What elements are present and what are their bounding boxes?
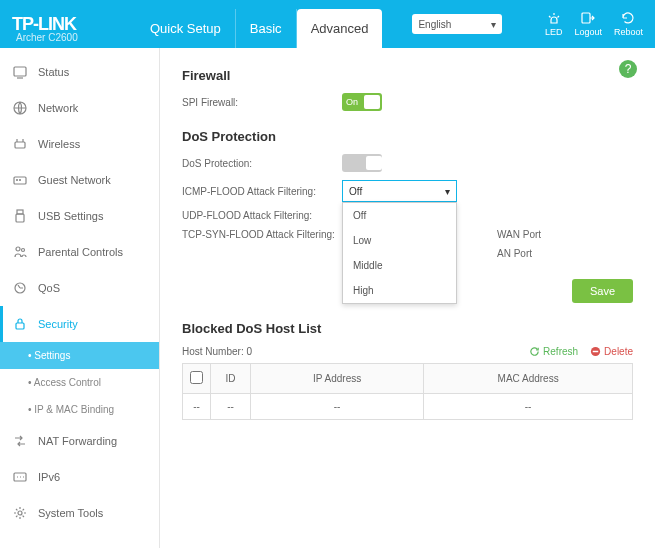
dropdown-option[interactable]: Off xyxy=(343,203,456,228)
svg-rect-3 xyxy=(15,142,25,148)
language-select[interactable]: English▾ xyxy=(412,14,502,34)
svg-rect-0 xyxy=(582,13,590,23)
select-all-checkbox[interactable] xyxy=(190,371,203,384)
sidebar-item-parental[interactable]: Parental Controls xyxy=(0,234,159,270)
refresh-button[interactable]: Refresh xyxy=(529,346,578,357)
blocked-host-table: ID IP Address MAC Address -- -- -- -- xyxy=(182,363,633,420)
spi-firewall-toggle[interactable]: On xyxy=(342,93,382,111)
language-value: English xyxy=(418,19,451,30)
delete-button[interactable]: Delete xyxy=(590,346,633,357)
svg-point-10 xyxy=(22,249,25,252)
sidebar-item-wireless[interactable]: Wireless xyxy=(0,126,159,162)
svg-rect-1 xyxy=(14,67,26,76)
dropdown-option[interactable]: Low xyxy=(343,228,456,253)
save-button[interactable]: Save xyxy=(572,279,633,303)
tab-basic[interactable]: Basic xyxy=(236,9,297,48)
blocked-list-title: Blocked DoS Host List xyxy=(182,321,633,336)
svg-rect-16 xyxy=(593,351,599,352)
sidebar-item-system[interactable]: System Tools xyxy=(0,495,159,531)
sidebar: Status Network Wireless Guest Network US… xyxy=(0,48,160,548)
icmp-flood-select[interactable]: Off▾ xyxy=(342,180,457,202)
sidebar-item-security[interactable]: Security xyxy=(0,306,159,342)
col-ip: IP Address xyxy=(251,364,424,394)
sidebar-item-ipv6[interactable]: IPv6 xyxy=(0,459,159,495)
wan-port-text-1: WAN Port xyxy=(497,229,541,240)
dos-protection-toggle[interactable]: Off xyxy=(342,154,382,172)
logout-button[interactable]: Logout xyxy=(574,11,602,37)
svg-point-14 xyxy=(18,511,22,515)
icmp-flood-dropdown: OffLowMiddleHigh xyxy=(342,202,457,304)
svg-rect-7 xyxy=(17,210,23,214)
sidebar-sub-ipmac[interactable]: IP & MAC Binding xyxy=(0,396,159,423)
sidebar-item-network[interactable]: Network xyxy=(0,90,159,126)
svg-point-5 xyxy=(17,180,18,181)
col-mac: MAC Address xyxy=(424,364,633,394)
sidebar-sub-settings[interactable]: Settings xyxy=(0,342,159,369)
wan-port-text-2: AN Port xyxy=(497,248,532,259)
dropdown-option[interactable]: Middle xyxy=(343,253,456,278)
led-button[interactable]: LED xyxy=(545,11,563,37)
model-label: Archer C2600 xyxy=(16,32,78,43)
svg-rect-12 xyxy=(16,323,24,329)
chevron-down-icon: ▾ xyxy=(491,19,496,30)
udp-flood-label: UDP-FLOOD Attack Filtering: xyxy=(182,210,342,221)
reboot-button[interactable]: Reboot xyxy=(614,11,643,37)
tab-advanced[interactable]: Advanced xyxy=(297,9,383,48)
help-icon[interactable]: ? xyxy=(619,60,637,78)
firewall-title: Firewall xyxy=(182,68,633,83)
sidebar-item-guest[interactable]: Guest Network xyxy=(0,162,159,198)
tcp-syn-flood-label: TCP-SYN-FLOOD Attack Filtering: xyxy=(182,229,342,240)
spi-firewall-label: SPI Firewall: xyxy=(182,97,342,108)
tab-quick-setup[interactable]: Quick Setup xyxy=(136,9,236,48)
dropdown-option[interactable]: High xyxy=(343,278,456,303)
col-id: ID xyxy=(211,364,251,394)
sidebar-item-status[interactable]: Status xyxy=(0,54,159,90)
sidebar-sub-access[interactable]: Access Control xyxy=(0,369,159,396)
svg-point-6 xyxy=(20,180,21,181)
chevron-down-icon: ▾ xyxy=(445,186,450,197)
svg-point-9 xyxy=(16,247,20,251)
icmp-flood-label: ICMP-FLOOD Attack Filtering: xyxy=(182,186,342,197)
host-number-value: 0 xyxy=(246,346,252,357)
host-number-label: Host Number: xyxy=(182,346,244,357)
table-row: -- -- -- -- xyxy=(183,394,633,420)
dos-title: DoS Protection xyxy=(182,129,633,144)
dos-protection-label: DoS Protection: xyxy=(182,158,342,169)
sidebar-item-nat[interactable]: NAT Forwarding xyxy=(0,423,159,459)
sidebar-item-usb[interactable]: USB Settings xyxy=(0,198,159,234)
svg-rect-8 xyxy=(16,214,24,222)
sidebar-item-qos[interactable]: QoS xyxy=(0,270,159,306)
